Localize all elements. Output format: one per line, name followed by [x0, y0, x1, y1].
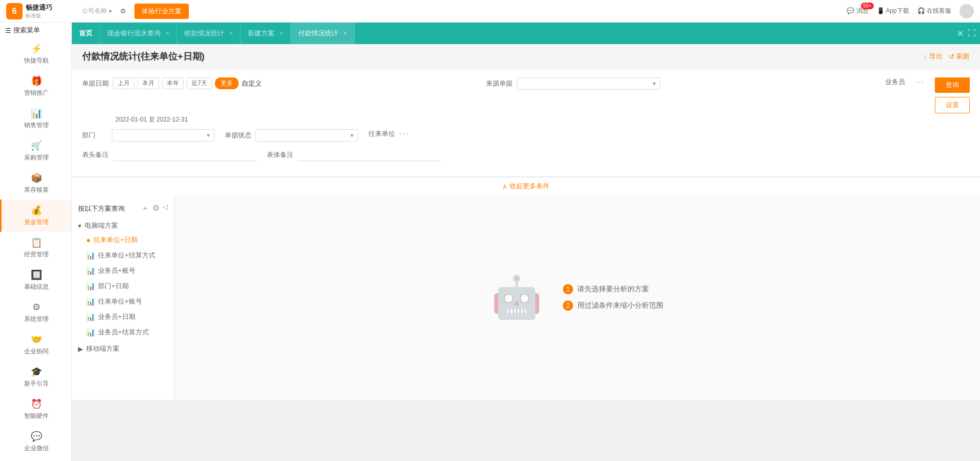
sidebar-item-marketing[interactable]: 🎁 营销推广 [0, 70, 71, 103]
date-options: 上月 本月 本年 近7天 更多 自定义 [113, 77, 262, 89]
date-btn-this-month[interactable]: 本月 [138, 77, 159, 89]
counterpart-filter: 往来单位 ··· [368, 129, 409, 138]
date-btn-more[interactable]: 更多 [215, 77, 239, 89]
date-btn-this-year[interactable]: 本年 [162, 77, 184, 89]
content-area: 首页 现金银行流水查询 × 收款情况统计 × 新建方案 × 付款情况统计 × ✕… [72, 23, 980, 461]
notification-badge: 99+ [861, 3, 874, 9]
header-note-input[interactable] [113, 149, 257, 161]
online-service-link[interactable]: 🎧 在线客服 [917, 7, 951, 15]
dept-select[interactable]: ▾ [112, 129, 214, 142]
refresh-button[interactable]: ↺ 刷新 [949, 52, 970, 61]
date-btn-last-month[interactable]: 上月 [113, 77, 134, 89]
empty-tip-2: 2 用过滤条件来缩小分析范围 [563, 300, 663, 311]
body-note-input[interactable] [298, 149, 441, 161]
sidebar-search-menu[interactable]: ☰ 搜索菜单 [0, 23, 71, 38]
export-button[interactable]: ↑ 导出 [924, 52, 943, 61]
sidebar-item-basic-info[interactable]: 🔲 基础信息 [0, 264, 71, 296]
doc-status-chevron-icon: ▾ [350, 132, 354, 139]
filter-row-2: 部门 ▾ 单据状态 ▾ 往来单位 [82, 129, 970, 142]
settings-gear-icon[interactable]: ⚙ [116, 4, 130, 18]
top-bar-right: 💬 消息 99+ 📱 App下载 🎧 在线客服 [847, 4, 974, 18]
query-button[interactable]: 查询 [935, 77, 970, 93]
sidebar-item-quick-nav[interactable]: ⚡ 快捷导航 [0, 38, 71, 70]
sidebar-item-vip[interactable]: V 畅会员 [0, 458, 71, 461]
main-layout: ☰ 搜索菜单 ⚡ 快捷导航 🎁 营销推广 📊 销售管理 🛒 采购管理 📦 库存核… [0, 23, 980, 461]
doc-status-select[interactable]: ▾ [256, 129, 358, 142]
headset-icon: 🎧 [917, 7, 925, 14]
tab-bank-flow[interactable]: 现金银行流水查询 × [100, 23, 177, 44]
scheme-item-salesman-account[interactable]: 📊 业务员+账号 [72, 263, 174, 278]
workspace: 按以下方案查询 ＋ ⚙ ◁ ▾ 电脑端方案 ● [72, 195, 980, 400]
sidebar-item-system[interactable]: ⚙ 系统管理 [0, 296, 71, 329]
salesman-label: 业务员 [885, 77, 911, 87]
scheme-actions: ＋ ⚙ ◁ [141, 203, 168, 214]
scheme-item-counterpart-settlement[interactable]: 📊 往来单位+结算方式 [72, 248, 174, 263]
tab-new-scheme[interactable]: 新建方案 × [241, 23, 291, 44]
tab-close-payment-stat[interactable]: × [343, 30, 347, 37]
date-custom-label: 自定义 [242, 79, 262, 88]
collapse-button[interactable]: ∧ 收起更多条件 [72, 177, 980, 195]
sidebar-item-inventory[interactable]: 📦 库存核算 [0, 167, 71, 199]
tab-receipt-stat[interactable]: 收款情况统计 × [177, 23, 241, 44]
scheme-item-salesman-settlement[interactable]: 📊 业务员+结算方式 [72, 325, 174, 340]
sidebar-item-sales[interactable]: 📊 销售管理 [0, 103, 71, 135]
scheme-panel-header: 按以下方案查询 ＋ ⚙ ◁ [72, 200, 174, 217]
sidebar-item-guide[interactable]: 🎓 新手引导 [0, 361, 71, 393]
dept-label: 部门 [82, 131, 108, 140]
tab-payment-stat[interactable]: 付款情况统计 × [291, 23, 355, 44]
trial-button[interactable]: 体验行业方案 [134, 4, 189, 19]
page-header: 付款情况统计(往来单位+日期) ↑ 导出 ↺ 刷新 [72, 44, 980, 69]
filter-row-3: 表头备注 表体备注 [82, 149, 970, 161]
pc-scheme-group-header[interactable]: ▾ 电脑端方案 [72, 219, 174, 232]
scheme-item-dept-date[interactable]: 📊 部门+日期 [72, 278, 174, 294]
counterpart-dots[interactable]: ··· [399, 129, 409, 138]
tab-close-bank-flow[interactable]: × [166, 30, 169, 37]
add-scheme-icon[interactable]: ＋ [141, 203, 149, 214]
settings-button[interactable]: 设置 [935, 97, 970, 113]
date-btn-7days[interactable]: 近7天 [187, 77, 212, 89]
sidebar-item-enterprise-wechat[interactable]: 💬 企业微信 [0, 426, 71, 458]
scheme-settings-icon[interactable]: ⚙ [152, 203, 160, 214]
empty-state: 1 请先选择要分析的方案 2 用过滤条件来缩小分析范围 [563, 284, 663, 311]
chevron-right-mobile-icon: ▶ [78, 345, 83, 353]
tab-close-new-scheme[interactable]: × [280, 30, 283, 37]
lightning-icon: ⚡ [31, 43, 42, 54]
sidebar-item-purchase[interactable]: 🛒 采购管理 [0, 135, 71, 167]
sidebar-item-operation[interactable]: 📋 经营管理 [0, 232, 71, 264]
date-filter: 单据日期 上月 本月 本年 近7天 更多 自定义 [82, 77, 262, 89]
scheme-icon-5: 📊 [86, 313, 95, 321]
chevron-down-pc-icon: ▾ [78, 222, 82, 230]
empty-robot-illustration: 🤖 [491, 273, 542, 322]
chevron-down-icon: ▾ [109, 8, 112, 15]
wechat-icon: 💬 [31, 431, 42, 442]
user-avatar[interactable] [959, 4, 974, 18]
tab-close-receipt-stat[interactable]: × [229, 30, 233, 37]
source-label: 来源单据 [486, 79, 513, 88]
doc-status-label: 单据状态 [225, 131, 251, 140]
notification-area[interactable]: 💬 消息 99+ [847, 7, 868, 15]
export-icon: ↑ [924, 53, 928, 61]
logo-area: 6 畅捷通巧 标准版 [6, 3, 78, 19]
company-selector[interactable]: 公司名称 ▾ [82, 7, 112, 15]
scheme-panel-collapse-icon[interactable]: ◁ [163, 203, 168, 214]
scheme-item-salesman-date[interactable]: 📊 业务员+日期 [72, 309, 174, 325]
app-download-link[interactable]: 📱 App下载 [877, 7, 909, 15]
scheme-item-counterpart-account[interactable]: 📊 往来单位+账号 [72, 294, 174, 309]
body-note-label: 表体备注 [267, 150, 293, 159]
scheme-item-counterpart-date[interactable]: ● 往来单位+日期 [72, 232, 174, 248]
sidebar-item-capital[interactable]: 💰 资金管理 [0, 199, 71, 232]
handshake-icon: 🤝 [31, 334, 42, 345]
salesman-dots[interactable]: ··· [915, 77, 925, 87]
expand-icon[interactable]: ⛶ [968, 29, 976, 38]
sidebar-item-enterprise[interactable]: 🤝 企业协同 [0, 329, 71, 361]
header-note-label: 表头备注 [82, 150, 109, 159]
mobile-scheme-group-header[interactable]: ▶ 移动端方案 [72, 342, 174, 355]
source-doc-select[interactable]: ▾ [517, 77, 660, 90]
close-all-tabs-icon[interactable]: ✕ [957, 29, 964, 38]
tab-bar: 首页 现金银行流水查询 × 收款情况统计 × 新建方案 × 付款情况统计 × ✕… [72, 23, 980, 44]
sidebar-item-smart-hw[interactable]: ⏰ 智能硬件 [0, 393, 71, 426]
company-name: 公司名称 [82, 7, 107, 15]
tab-home[interactable]: 首页 [72, 23, 100, 44]
clipboard-icon: 📋 [31, 237, 42, 248]
header-note-filter: 表头备注 [82, 149, 257, 161]
